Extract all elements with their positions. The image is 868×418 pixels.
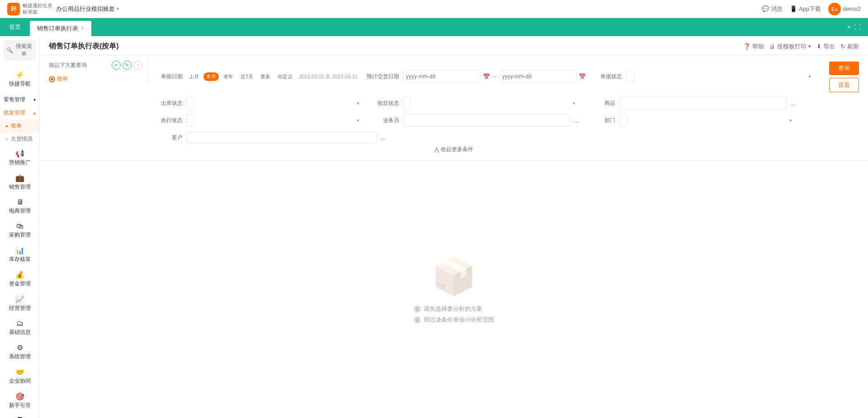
date-current-year-button[interactable]: 本年 (221, 72, 236, 81)
customer-more-button[interactable]: ... (380, 134, 386, 141)
sidebar-item-basic[interactable]: 🗂 基础信息 (0, 316, 39, 340)
sidebar-item-purchase[interactable]: 🛍 采购管理 (0, 218, 39, 242)
out-status-select[interactable] (186, 97, 194, 109)
tab-close-icon[interactable]: × (81, 25, 84, 32)
exec-status-select[interactable] (186, 114, 194, 127)
dept-label: 部门 (588, 117, 615, 124)
date-last-7days-button[interactable]: 近7天 (238, 72, 256, 81)
filter-field-out-status: 出库状态 (156, 97, 363, 109)
help-button[interactable]: ❓ 帮助 (743, 43, 764, 51)
expected-date-end-input[interactable] (499, 70, 577, 83)
date-range-display: 2023-03-01 至 2023-03-31 (299, 73, 358, 80)
chevron-icon: ▾ (33, 97, 36, 102)
sidebar-item-retail[interactable]: 零售管理 ▾ (0, 93, 39, 106)
customer-label: 客户 (156, 134, 183, 142)
date-current-month-button[interactable]: 本月 (203, 72, 219, 81)
download-icon: 📱 (790, 5, 797, 12)
sidebar-item-quick-nav[interactable]: ⚡ 快捷导航 (0, 67, 39, 91)
plan-edit-button[interactable]: ✎ (123, 61, 132, 70)
sidebar-item-enterprise[interactable]: 🤝 企业协同 (0, 364, 39, 389)
tab-bar: 首页 销售订单执行表 × × ⛶ (0, 18, 868, 36)
print-button[interactable]: 🖨 按模板打印 ▾ (769, 43, 811, 51)
user-menu[interactable]: Ea demo2 (828, 3, 861, 15)
message-icon: 💬 (762, 5, 769, 12)
expected-date-start-input[interactable] (403, 70, 481, 83)
window-maximize-button[interactable]: ⛶ (854, 24, 861, 31)
collect-status-select[interactable] (403, 97, 411, 109)
top-bar-left: 好 畅捷通好生意 标准版 办公用品行业模拟账套 ▾ (7, 3, 119, 15)
plan-actions: + ✎ « (112, 61, 142, 70)
sidebar-search-section: 🔍 搜索菜单 (0, 36, 39, 67)
filter-panel: 按以下方案查询 + ✎ « 按单 (40, 55, 868, 161)
salesperson-input[interactable] (403, 114, 571, 127)
plan-add-button[interactable]: + (112, 61, 121, 70)
status-select[interactable] (626, 70, 634, 83)
sidebar-item-finance[interactable]: 💰 资金管理 (0, 267, 39, 291)
date-more-button[interactable]: 更多 (258, 72, 273, 81)
print-arrow-icon: ▾ (808, 43, 811, 49)
sidebar-item-ecommerce[interactable]: 🖥 电商管理 (0, 195, 39, 218)
sidebar-item-system[interactable]: ⚙ 系统管理 (0, 340, 39, 364)
goods-input[interactable] (619, 97, 787, 109)
query-button[interactable]: 查询 (829, 62, 859, 75)
sidebar-item-guide[interactable]: 🎯 新手引导 (0, 389, 39, 413)
doc-title[interactable]: 办公用品行业模拟账套 ▾ (56, 5, 119, 13)
plan-item-anser[interactable]: 按单 (49, 73, 142, 85)
filter-field-customer: 客户 ... (156, 131, 386, 144)
dept-select[interactable] (619, 114, 627, 127)
refresh-button[interactable]: ↻ 刷新 (840, 43, 859, 51)
customer-input[interactable] (186, 131, 377, 144)
setting-button[interactable]: 设置 (829, 78, 859, 92)
sidebar-sub-anser[interactable]: ● 按单 (0, 119, 39, 133)
goods-more-button[interactable]: ... (790, 100, 796, 107)
logo-area: 好 畅捷通好生意 标准版 (7, 3, 52, 15)
sidebar-sub-owe[interactable]: ○ 欠货情况 (0, 133, 39, 146)
date-custom-button[interactable]: 自定义 (275, 72, 295, 81)
system-icon: ⚙ (17, 343, 23, 352)
filter-row-1: 单据日期 上月 本月 本年 近7天 更多 自定义 2023-03-01 至 20… (156, 61, 859, 92)
sidebar-item-sales[interactable]: 💼 销售管理 (0, 170, 39, 195)
top-bar: 好 畅捷通好生意 标准版 办公用品行业模拟账套 ▾ 💬 消息 📱 App下载 E… (0, 0, 868, 18)
plan-collapse-button[interactable]: « (133, 61, 142, 70)
collect-status-wrapper (403, 97, 580, 109)
date-separator: — (492, 73, 497, 80)
calendar-end-icon[interactable]: 📅 (579, 73, 586, 80)
sidebar-item-wholesale[interactable]: 批发管理 ▴ (0, 106, 39, 119)
filter-row-4: 客户 ... (156, 131, 859, 144)
operation-icon: 📈 (15, 295, 24, 304)
filter-main-row: 按以下方案查询 + ✎ « 按单 (49, 61, 859, 144)
window-close-button[interactable]: × (847, 24, 851, 31)
empty-illustration: 📦 (431, 255, 476, 298)
sidebar-item-inventory[interactable]: 📊 库存核算 (0, 242, 39, 267)
collapse-bar[interactable]: ⋀ 收起更多条件 (49, 144, 859, 155)
date-last-month-button[interactable]: 上月 (186, 72, 202, 81)
calendar-start-icon[interactable]: 📅 (483, 73, 490, 80)
tab-sales-order[interactable]: 销售订单执行表 × (30, 21, 91, 36)
plan-section: 按以下方案查询 + ✎ « 按单 (49, 61, 148, 85)
circle-active-icon: ● (5, 124, 8, 128)
help-icon: ❓ (743, 43, 750, 50)
tab-home[interactable]: 首页 (0, 18, 30, 36)
salesperson-more-button[interactable]: ... (574, 117, 580, 124)
quick-nav-icon: ⚡ (15, 71, 24, 79)
search-icon: 🔍 (6, 47, 13, 53)
date-quick-buttons: 上月 本月 本年 近7天 更多 自定义 2023-03-01 至 2023-03… (186, 72, 358, 81)
message-button[interactable]: 💬 消息 (762, 5, 783, 13)
tab-bar-right: × ⛶ (847, 24, 868, 31)
expected-date-label: 预计交货日期 (367, 73, 399, 81)
salesperson-label: 业务员 (372, 117, 399, 124)
filter-field-goods: 商品 ... (588, 97, 796, 109)
filter-field-salesperson: 业务员 ... (372, 114, 580, 127)
tip-num-1: 1 (414, 305, 421, 313)
export-button[interactable]: ⬇ 导出 (816, 43, 835, 51)
app-download-button[interactable]: 📱 App下载 (790, 5, 821, 13)
search-menu-button[interactable]: 🔍 搜索菜单 (4, 40, 36, 61)
filter-fields-area: 单据日期 上月 本月 本年 近7天 更多 自定义 2023-03-01 至 20… (156, 61, 859, 144)
sidebar-item-operation[interactable]: 📈 经营管理 (0, 291, 39, 316)
sidebar-item-app-center[interactable]: 📱 应用中心 (0, 413, 39, 418)
top-bar-right: 💬 消息 📱 App下载 Ea demo2 (762, 3, 861, 15)
filter-row-2: 出库状态 收款状态 (156, 97, 859, 109)
expected-date-range: 📅 — 📅 (403, 70, 586, 83)
sidebar-item-marketing[interactable]: 📢 营销推广 (0, 146, 39, 170)
empty-state: 📦 1 请先选择要分析的方案 2 用过滤条件来缩小分析范围 (40, 161, 868, 418)
